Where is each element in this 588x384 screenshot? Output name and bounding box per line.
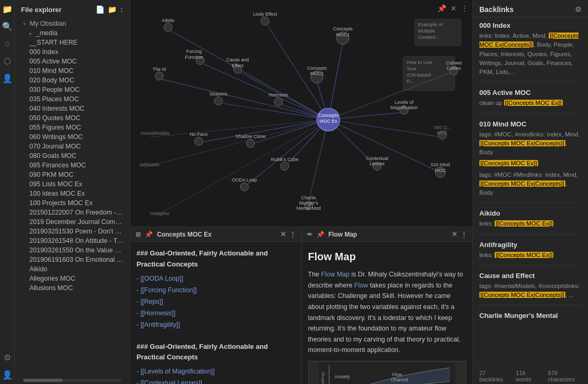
people-icon[interactable]: 👤 — [2, 73, 13, 83]
file-201903251530[interactable]: 201903251530 Poem - Don't Qui — [15, 227, 130, 236]
file-201903261550[interactable]: 201903261550 On the Value of T — [15, 246, 130, 255]
backlink-010-title[interactable]: 010 Mind MOC — [479, 120, 582, 128]
file-201903261548[interactable]: 201903261548 On Attitude - Tec — [15, 236, 130, 246]
svg-text:Effect: Effect — [232, 63, 244, 68]
svg-text:Lenses: Lenses — [370, 161, 385, 166]
file-allusions-moc[interactable]: Allusions MOC — [15, 283, 130, 293]
svg-text:Channel: Channel — [391, 377, 408, 382]
edit-icon[interactable]: ✏ — [307, 231, 312, 238]
svg-text:How to Use: How to Use — [407, 60, 432, 65]
list-item[interactable]: - [[Reps]] — [136, 296, 295, 307]
backlink-aikido-title[interactable]: Aikido — [479, 209, 582, 217]
file-100-projects-moc-ex[interactable]: 100 Projects MOC Ex — [15, 198, 130, 208]
new-folder-icon[interactable]: 📁 — [108, 5, 117, 14]
char-count: 978 characters — [548, 370, 582, 382]
file-090-pkm-moc[interactable]: 090 PKM MOC — [15, 170, 130, 179]
flow-map-link[interactable]: Flow Map — [321, 271, 350, 278]
file-201501222007[interactable]: 201501222007 On Freedom - Nic — [15, 208, 130, 217]
list-item[interactable]: - [[OODA Loop]] — [136, 273, 295, 284]
close-panel-icon[interactable]: ✕ — [280, 230, 286, 238]
settings-icon[interactable]: ⚙ — [4, 353, 11, 362]
svg-text:mentalModels: mentalModels — [141, 131, 170, 136]
file-055-figures-moc[interactable]: 055 Figures MOC — [15, 123, 130, 132]
list-item[interactable]: - [[Levels of Magnification]] — [136, 366, 295, 377]
svg-text:MOC2: MOC2 — [310, 71, 324, 76]
more-flow-icon[interactable]: ⋮ — [460, 230, 467, 238]
svg-text:MOC1: MOC1 — [336, 32, 350, 37]
moc-list-2: - [[Levels of Magnification]] - [[Contex… — [136, 366, 295, 384]
list-item[interactable]: - [[Hormesis]] — [136, 308, 295, 318]
file-095-lists-moc-ex[interactable]: 095 Lists MOC Ex — [15, 179, 130, 189]
sort-icon[interactable]: ↕ — [120, 5, 123, 14]
flow-panel-header: ✏ 📌 Flow Map ✕ ⋮ — [302, 227, 473, 242]
files-icon[interactable]: 📁 — [2, 4, 13, 14]
svg-text:metaphor: metaphor — [150, 211, 170, 216]
root-folder[interactable]: ▾ My Obsidian — [15, 19, 130, 28]
svg-text:No-Face: No-Face — [190, 132, 207, 137]
file-allegories-moc[interactable]: Allegories MOC — [15, 274, 130, 283]
list-item[interactable]: - [[Antifragility]] — [136, 319, 295, 330]
backlinks-count: 27 backlinks — [479, 370, 508, 382]
start-here[interactable]: __START HERE — [15, 38, 130, 47]
panel-toggle-icon[interactable]: ⊞ — [135, 231, 141, 238]
close-icon[interactable]: ✕ — [450, 4, 457, 13]
backlink-cause-effect-detail: tags: #mentalModels, #conceptslinks: [[C… — [479, 282, 582, 300]
file-035-places-moc[interactable]: 035 Places MOC — [15, 94, 130, 104]
file-005-active-moc[interactable]: 005 Active MOC — [15, 57, 130, 66]
file-2019-december[interactable]: 2019 December Journal Compila — [15, 217, 130, 227]
file-000-index[interactable]: 000 Index — [15, 47, 130, 57]
backlink-005-title[interactable]: 005 Active MOC — [479, 89, 582, 97]
file-060-writings-moc[interactable]: 060 Writings MOC — [15, 132, 130, 142]
file-100-ideas-moc-ex[interactable]: 100 Ideas MOC Ex — [15, 189, 130, 198]
backlink-010-detail-3: tags: #MOC #Mindlinks: Index, Mind, [[Co… — [479, 170, 582, 198]
more-panel-icon[interactable]: ⋮ — [289, 230, 296, 238]
star-icon[interactable]: ☆ — [4, 39, 11, 49]
media-folder[interactable]: ▸ _media — [15, 28, 130, 38]
graph-view[interactable]: Example of Multiple Content... How to Us… — [130, 0, 472, 227]
close-flow-icon[interactable]: ✕ — [452, 230, 457, 238]
backlink-cause-effect-title[interactable]: Cause and Effect — [479, 272, 582, 280]
list-item[interactable]: - [[Forcing Function]] — [136, 285, 295, 295]
backlink-antifragility-title[interactable]: Antifragility — [479, 241, 582, 249]
more-icon[interactable]: ⋮ — [461, 4, 468, 13]
backlink-antifragility-detail: links: [[Concepts MOC Ex]] — [479, 251, 582, 260]
svg-text:Content...: Content... — [418, 35, 439, 40]
file-010-mind-moc[interactable]: 010 Mind MOC — [15, 66, 130, 76]
file-201906191603[interactable]: 201906191603 On Emotional Agi — [15, 255, 130, 264]
list-item[interactable]: - [[Contextual Lenses]] — [136, 378, 295, 384]
file-050-quotes-moc[interactable]: 050 Quotes MOC — [15, 113, 130, 123]
graph-icon[interactable]: ⬡ — [4, 56, 11, 66]
file-030-people-moc[interactable]: 030 People MOC — [15, 85, 130, 94]
file-040-interests-moc[interactable]: 040 Interests MOC — [15, 104, 130, 113]
settings-right-icon[interactable]: ⚙ — [575, 5, 582, 14]
flow-link[interactable]: Flow — [354, 282, 368, 289]
svg-text:Levels of: Levels of — [395, 100, 414, 105]
svg-text:MOC: MOC — [437, 130, 448, 135]
new-file-icon[interactable]: 📄 — [96, 5, 104, 14]
file-080-goals-moc[interactable]: 080 Goals MOC — [15, 151, 130, 161]
backlink-cause-effect: Cause and Effect tags: #mentalModels, #c… — [479, 272, 582, 306]
svg-text:Mental Mod: Mental Mod — [297, 206, 321, 211]
backlink-000-index: 000 Index links: Index, Active, Mind, [[… — [479, 22, 582, 82]
svg-text:Flow: Flow — [392, 372, 403, 377]
file-aikido[interactable]: Aikido — [15, 264, 130, 274]
backlink-charlie-munger: Charlie Munger's Mental — [479, 312, 582, 327]
search-icon[interactable]: 🔍 — [2, 22, 13, 31]
svg-text:Concepts: Concepts — [319, 113, 339, 118]
backlink-charlie-title[interactable]: Charlie Munger's Mental — [479, 312, 582, 319]
backlink-000-index-detail: links: Index, Active, Mind, [[Concepts M… — [479, 31, 582, 77]
file-020-body-moc[interactable]: 020 Body MOC — [15, 76, 130, 85]
highlight-concept-4: [[Concepts MOC Ex]] — [479, 160, 538, 166]
left-icon-rail: 📁 🔍 ☆ ⬡ 👤 ⚙ 👤 — [0, 0, 15, 384]
file-070-journal-moc[interactable]: 070 Journal MOC — [15, 142, 130, 151]
file-085-finances-moc[interactable]: 085 Finances MOC — [15, 161, 130, 170]
pin-icon[interactable]: 📌 — [437, 4, 446, 13]
concepts-panel-icons: ✕ ⋮ — [280, 230, 296, 238]
pin-icon-left[interactable]: 📌 — [145, 231, 153, 238]
flow-image: Anxiety Flow Channel Boredom Skill Chall… — [308, 361, 467, 384]
pin-icon-flow[interactable]: 📌 — [317, 231, 324, 238]
svg-text:Anxiety: Anxiety — [334, 374, 350, 379]
svg-point-53 — [214, 97, 223, 105]
backlink-000-index-title[interactable]: 000 Index — [479, 22, 582, 29]
user-icon[interactable]: 👤 — [2, 370, 13, 380]
